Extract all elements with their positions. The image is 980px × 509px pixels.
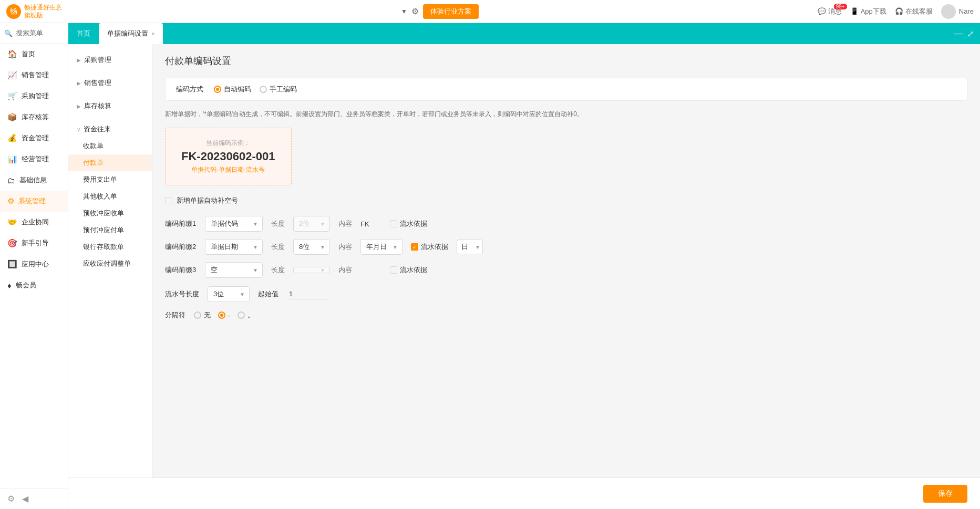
user-area[interactable]: Nare [941,4,974,19]
app-download-area[interactable]: 📱 App下载 [850,7,886,16]
length1-select[interactable]: 2位 ▼ [293,216,330,232]
prefix3-arrow-icon: ▼ [253,267,258,273]
content-wrapper: ▶ 采购管理 ▶ 销售管理 ▶ 库存核算 [68,44,980,477]
sep-period[interactable]: 。 [238,310,254,320]
prefix2-select[interactable]: 单据日期 ▼ [205,239,263,255]
online-service-area[interactable]: 🎧 在线客服 [895,7,933,16]
sep-dot[interactable]: · [218,311,230,319]
dropdown-arrow-icon[interactable]: ▼ [401,8,407,15]
sep-period-label: 。 [247,310,254,320]
sidebar-item-collab[interactable]: 🤝 企业协同 [0,212,68,233]
sub-nav-other-income[interactable]: 其他收入单 [68,188,152,205]
prefix1-label: 编码前缀1 [165,219,197,228]
sub-nav-pre-payment[interactable]: 预付冲应付单 [68,222,152,238]
radio-auto-encode[interactable]: 自动编码 [214,85,251,94]
sub-group-sales-header[interactable]: ▶ 销售管理 [68,75,152,91]
length1-arrow-icon: ▼ [320,221,325,227]
page-title: 付款单编码设置 [165,55,967,67]
sidebar-item-inventory[interactable]: 📦 库存核算 [0,107,68,128]
right-panel: 首页 单据编码设置 × — ⤢ ▶ 采购管理 [68,23,980,509]
basic-icon: 🗂 [7,176,15,185]
sidebar-item-member[interactable]: ♦ 畅会员 [0,275,68,296]
sub-group-capital-header[interactable]: ∨ 资金往来 [68,121,152,138]
expand-icon: ▶ [77,103,81,109]
sidebar-item-label: 系统管理 [18,196,46,206]
sub-nav-bank[interactable]: 银行存取款单 [68,238,152,255]
sidebar-item-system[interactable]: ⚙ 系统管理 [0,191,68,212]
length3-label: 长度 [271,265,285,275]
radio-manual-encode[interactable]: 手工编码 [260,85,297,94]
settings-icon[interactable]: ⚙ [7,494,15,504]
content3-label: 内容 [338,265,352,275]
serial2-check[interactable]: ✓ 流水依据 [411,242,448,252]
auto-fill-checkbox[interactable] [165,197,172,204]
sidebar-item-basic[interactable]: 🗂 基础信息 [0,170,68,191]
online-service-label: 在线客服 [905,7,933,16]
serial3-check[interactable]: 流水依据 [390,265,427,275]
length2-value: 8位 [299,242,310,252]
sidebar-item-home[interactable]: 🏠 首页 [0,44,68,65]
prefix1-value: 单据代码 [211,219,238,228]
message-area[interactable]: 💬 消息 99+ [818,7,842,16]
serial1-checkbox[interactable] [390,220,397,227]
gear-icon[interactable]: ⚙ [411,6,419,16]
user-avatar [941,4,956,19]
user-name: Nare [959,7,974,15]
serial1-check[interactable]: 流水依据 [390,219,427,228]
length3-select[interactable]: ▼ [293,267,330,273]
start-value-input[interactable] [287,289,329,299]
sub-group-purchase-header[interactable]: ▶ 采购管理 [68,51,152,68]
sub-nav-receipt[interactable]: 收款单 [68,138,152,154]
auto-fill-label: 新增单据自动补空号 [177,196,238,205]
tab-close-icon[interactable]: × [151,30,154,37]
sidebar-item-operation[interactable]: 📊 经营管理 [0,149,68,170]
tab-home[interactable]: 首页 [68,23,99,44]
member-icon: ♦ [7,281,12,290]
radio-manual-dot [260,86,267,93]
day-select[interactable]: 日 ▼ [457,240,483,254]
encode-method-label: 编码方式 [176,85,203,94]
sep-none[interactable]: 无 [194,310,211,320]
sidebar-item-apps[interactable]: 🔲 应用中心 [0,254,68,275]
sidebar-item-purchase[interactable]: 🛒 采购管理 [0,86,68,107]
trial-button[interactable]: 体验行业方案 [423,4,479,19]
sub-nav-expense[interactable]: 费用支出单 [68,171,152,188]
sub-nav-payment[interactable]: 付款单 [68,154,152,171]
sub-group-stock-header[interactable]: ▶ 库存核算 [68,98,152,115]
serial3-checkbox[interactable] [390,266,397,274]
serial-length-select[interactable]: 3位 ▼ [208,286,250,302]
sub-group-purchase: ▶ 采购管理 [68,48,152,71]
tab-minimize-icon[interactable]: — [954,29,963,38]
content2-arrow-icon: ▼ [393,244,398,250]
prefix3-select[interactable]: 空 ▼ [205,262,263,278]
prefix2-label: 编码前缀2 [165,242,197,252]
sidebar-item-finance[interactable]: 💰 资金管理 [0,128,68,149]
serial2-label: 流水依据 [421,242,448,252]
tab-maximize-icon[interactable]: ⤢ [967,29,974,39]
collapse-icon[interactable]: ◀ [22,494,28,504]
length2-arrow-icon: ▼ [320,244,325,250]
tab-encode-setting[interactable]: 单据编码设置 × [99,23,163,44]
serial2-checkbox[interactable]: ✓ [411,243,418,251]
top-header: 畅 畅捷通好生意 旗舰版 ▼ ⚙ 体验行业方案 💬 消息 99+ 📱 App下载… [0,0,980,23]
sep-dot-label: · [228,311,230,319]
length2-select[interactable]: 8位 ▼ [293,239,330,255]
operation-icon: 📊 [7,154,17,164]
code-preview-sub: 单据代码-单据日期-流水号 [181,165,275,174]
sidebar-item-sales[interactable]: 📈 销售管理 [0,65,68,86]
radio-manual-label: 手工编码 [270,85,297,94]
prefix1-select[interactable]: 单据代码 ▼ [205,216,263,232]
sidebar-search[interactable]: 🔍 搜索菜单 [0,23,68,44]
save-button[interactable]: 保存 [923,485,967,503]
sidebar-item-guide[interactable]: 🎯 新手引导 [0,233,68,254]
prefix1-arrow-icon: ▼ [253,221,258,227]
logo-area: 畅 畅捷通好生意 旗舰版 [6,4,62,19]
sub-nav-pre-receipt[interactable]: 预收冲应收单 [68,205,152,222]
sub-nav-adjust[interactable]: 应收应付调整单 [68,255,152,272]
content2-select[interactable]: 年月日 ▼ [360,239,403,255]
tab-home-label: 首页 [77,29,90,38]
encode-radio-group: 自动编码 手工编码 [214,85,297,94]
serial-length-label: 流水号长度 [165,289,199,299]
sidebar-nav: 🏠 首页 📈 销售管理 🛒 采购管理 📦 库存核算 💰 资金管理 📊 经 [0,44,68,488]
sep-period-dot [238,311,245,319]
